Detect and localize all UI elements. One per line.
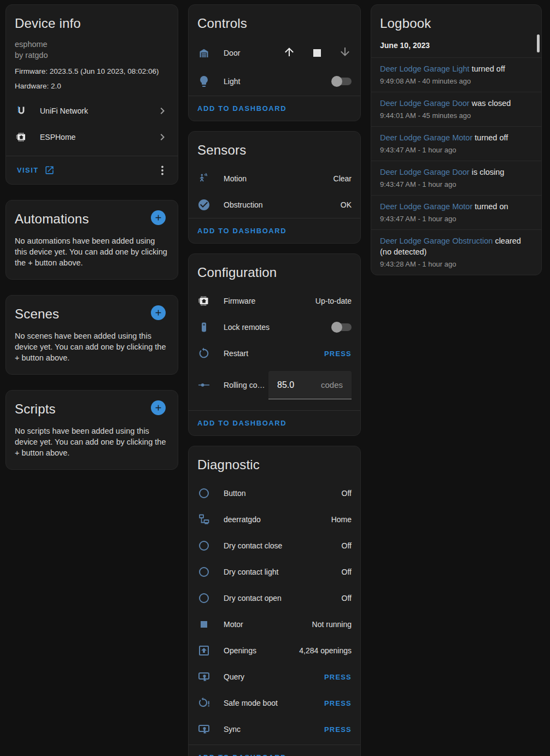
arrow-up-box-icon — [197, 644, 210, 657]
restart-icon — [197, 347, 210, 360]
add-to-dashboard-button[interactable]: ADD TO DASHBOARD — [197, 104, 286, 113]
garage-remote-icon — [197, 321, 210, 334]
integration-row-unifi[interactable]: UniFi Network — [6, 98, 178, 124]
light-toggle[interactable] — [333, 78, 352, 85]
plus-icon — [154, 308, 163, 317]
rolling-code-row[interactable]: Rolling co… 85.0 codes — [189, 367, 360, 404]
logbook-time: 9:43:47 AM - 1 hour ago — [380, 145, 533, 156]
add-scene-button[interactable] — [151, 305, 166, 320]
openings-row[interactable]: Openings 4,284 openings — [189, 637, 360, 664]
gesture-tap-button-icon — [197, 723, 210, 736]
logbook-event-text: is closing — [472, 168, 505, 176]
motion-value: Clear — [333, 174, 352, 183]
esphome-chip-icon — [197, 294, 210, 308]
lightbulb-icon — [197, 75, 210, 88]
obstruction-row[interactable]: Obstruction OK — [189, 192, 360, 218]
automations-card: Automations No automations have been add… — [5, 200, 178, 280]
lock-remotes-label: Lock remotes — [224, 323, 333, 332]
row-value: Off — [342, 568, 352, 576]
esphome-chip-icon — [15, 131, 28, 144]
rolling-code-unit: codes — [321, 380, 343, 389]
row-value: 4,284 openings — [299, 646, 352, 655]
logbook-date-header: June 10, 2023 — [371, 39, 541, 57]
lock-remotes-toggle[interactable] — [333, 323, 352, 331]
logbook-event-text: turned off — [475, 133, 508, 142]
deerratgdo-row[interactable]: deerratgdo Home — [189, 506, 360, 533]
check-circle-icon — [197, 198, 210, 211]
middle-column: Controls Door — [188, 4, 361, 756]
motor-row[interactable]: Motor Not running — [189, 611, 360, 637]
logbook-entry: Deer Lodge Garage Door was closed 9:44:0… — [371, 92, 541, 126]
sync-row[interactable]: Sync PRESS — [189, 716, 360, 742]
scenes-empty-text: No scenes have been added using this dev… — [6, 329, 178, 374]
row-value: Off — [342, 541, 352, 550]
row-label: Button — [224, 489, 342, 498]
logbook-entity-link[interactable]: Deer Lodge Garage Motor — [380, 133, 472, 142]
integration-row-esphome[interactable]: ESPHome — [6, 124, 178, 150]
logbook-entity-link[interactable]: Deer Lodge Garage Motor — [380, 202, 472, 211]
device-app-name: esphome — [6, 39, 178, 50]
sensors-card: Sensors Motion Clear Obstruction OK — [188, 131, 361, 244]
chevron-right-icon — [156, 104, 169, 117]
logbook-entity-link[interactable]: Deer Lodge Garage Obstruction — [380, 237, 493, 245]
sync-press-button[interactable]: PRESS — [324, 725, 352, 734]
restart-press-button[interactable]: PRESS — [324, 350, 352, 358]
overflow-menu-icon[interactable] — [156, 164, 169, 177]
safe-mode-boot-press-button[interactable]: PRESS — [324, 699, 352, 707]
firmware-row[interactable]: Firmware Up-to-date — [189, 288, 360, 314]
row-value: Off — [342, 594, 352, 603]
logbook-time: 9:44:01 AM - 45 minutes ago — [380, 110, 533, 121]
logbook-entity-link[interactable]: Deer Lodge Garage Door — [380, 99, 470, 108]
logbook-entry: Deer Lodge Garage Obstruction cleared (n… — [371, 229, 541, 275]
motion-row[interactable]: Motion Clear — [189, 166, 360, 192]
add-to-dashboard-button[interactable]: ADD TO DASHBOARD — [197, 753, 286, 756]
radiobox-blank-icon — [197, 487, 210, 500]
device-firmware-line: Firmware: 2023.5.5 (Jun 10 2023, 08:02:0… — [6, 67, 178, 75]
plus-icon — [154, 213, 163, 222]
sensors-title: Sensors — [189, 132, 360, 166]
integration-label: ESPHome — [40, 133, 156, 141]
door-close-button[interactable] — [338, 45, 352, 61]
door-row[interactable]: Door — [189, 39, 360, 67]
visit-button[interactable]: VISIT — [17, 165, 55, 175]
add-to-dashboard-button[interactable]: ADD TO DASHBOARD — [197, 227, 286, 235]
dry-contact-open-row[interactable]: Dry contact open Off — [189, 585, 360, 611]
light-row[interactable]: Light — [189, 67, 360, 96]
device-info-title: Device info — [6, 5, 178, 39]
safe-mode-boot-row[interactable]: Safe mode boot PRESS — [189, 690, 360, 716]
logbook-entry: Deer Lodge Garage Light turned off 9:49:… — [371, 57, 541, 92]
scenes-title: Scenes — [6, 296, 68, 329]
add-to-dashboard-button[interactable]: ADD TO DASHBOARD — [197, 419, 286, 427]
restart-alert-icon — [197, 696, 210, 710]
logbook-entity-link[interactable]: Deer Lodge Garage Door — [380, 168, 470, 176]
add-script-button[interactable] — [151, 400, 166, 415]
lock-remotes-row[interactable]: Lock remotes — [189, 314, 360, 340]
obstruction-label: Obstruction — [224, 200, 341, 209]
door-stop-button[interactable] — [313, 49, 321, 57]
configuration-title: Configuration — [189, 254, 360, 288]
query-row[interactable]: Query PRESS — [189, 664, 360, 690]
device-info-card: Device info esphome by ratgdo Firmware: … — [5, 4, 178, 185]
scripts-card: Scripts No scripts have been added using… — [5, 390, 178, 470]
restart-row[interactable]: Restart PRESS — [189, 340, 360, 367]
rolling-code-input[interactable]: 85.0 codes — [268, 371, 352, 399]
open-in-new-icon — [44, 165, 55, 175]
network-icon — [197, 513, 210, 526]
dry-contact-close-row[interactable]: Dry contact close Off — [189, 533, 360, 559]
scripts-title: Scripts — [6, 391, 65, 424]
row-label: Dry contact light — [224, 568, 342, 576]
motion-label: Motion — [224, 174, 333, 183]
query-press-button[interactable]: PRESS — [324, 673, 352, 681]
row-label: Dry contact open — [224, 594, 342, 603]
radiobox-blank-icon — [197, 539, 210, 552]
row-label: Query — [224, 672, 324, 681]
dry-contact-light-row[interactable]: Dry contact light Off — [189, 559, 360, 585]
add-automation-button[interactable] — [151, 210, 166, 225]
logbook-event-text: turned off — [472, 64, 505, 73]
button-row[interactable]: Button Off — [189, 480, 360, 506]
door-open-button[interactable] — [283, 45, 296, 61]
logbook-entity-link[interactable]: Deer Lodge Garage Light — [380, 64, 470, 73]
scenes-card: Scenes No scenes have been added using t… — [5, 295, 178, 375]
logbook-scrollbar[interactable] — [537, 34, 540, 52]
radiobox-blank-icon — [197, 565, 210, 578]
